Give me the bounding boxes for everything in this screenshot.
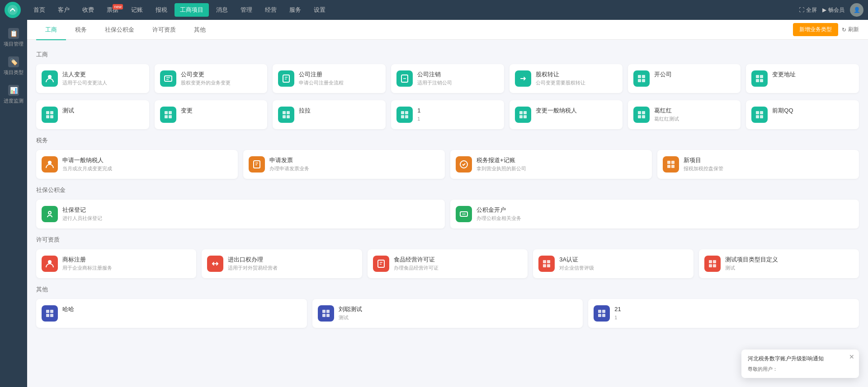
card-company-change[interactable]: 公司变更 股权变更外的业务变更 xyxy=(155,64,268,93)
card-haha[interactable]: 哈哈 xyxy=(36,299,307,328)
nav-business[interactable]: 工商项目 xyxy=(175,3,209,17)
card-trademark[interactable]: 商标注册 用于企业商标注册服务 xyxy=(36,249,196,278)
card-desc-1: 1 xyxy=(417,116,420,122)
card-3a-cert[interactable]: 3A认证 对企业信誉评级 xyxy=(533,249,693,278)
svg-rect-47 xyxy=(667,165,670,168)
card-equity-transfer[interactable]: 股权转让 公司变更需要股权转让 xyxy=(509,64,623,93)
card-icon-trademark xyxy=(42,256,58,272)
nav-tax[interactable]: 报税 xyxy=(150,3,173,17)
svg-rect-57 xyxy=(709,260,712,263)
card-icon-open-company xyxy=(633,70,650,87)
card-name-legal-change: 法人变更 xyxy=(62,70,107,79)
svg-rect-3 xyxy=(165,76,172,81)
refresh-icon: ↻ xyxy=(842,27,846,33)
svg-rect-60 xyxy=(713,264,716,267)
card-legal-change[interactable]: 法人变更 适用于公司变更法人 xyxy=(36,64,149,93)
nav-charge[interactable]: 收费 xyxy=(77,3,99,17)
card-name-food-permit: 食品经营许可证 xyxy=(394,256,439,264)
card-ge-hong-hong[interactable]: 葛红红 葛红红测试 xyxy=(628,100,741,129)
nav-service[interactable]: 服务 xyxy=(284,3,307,17)
card-liucong-test[interactable]: 刘聪测试 测试 xyxy=(312,299,583,328)
card-name-change-address: 变更地址 xyxy=(772,70,796,79)
tab-shuiwu[interactable]: 税务 xyxy=(66,20,96,40)
tab-gongshang[interactable]: 工商 xyxy=(36,20,66,40)
card-new-project[interactable]: 新项目 报税加税控盘保管 xyxy=(657,150,859,179)
svg-rect-36 xyxy=(638,115,641,118)
card-desc-company-change: 股权变更外的业务变更 xyxy=(181,79,231,86)
svg-rect-40 xyxy=(756,115,759,118)
section-title-qita: 其他 xyxy=(36,285,859,294)
nav-home[interactable]: 首页 xyxy=(28,3,51,17)
card-icon-apply-general-taxpayer xyxy=(42,156,58,173)
svg-rect-34 xyxy=(638,111,641,114)
card-shebao-register[interactable]: 社保登记 进行人员社保登记 xyxy=(36,200,445,228)
card-change-general-taxpayer[interactable]: 变更一般纳税人 xyxy=(509,100,623,129)
svg-rect-43 xyxy=(254,161,260,168)
card-test[interactable]: 测试 xyxy=(36,100,149,129)
nav-customer[interactable]: 客户 xyxy=(52,3,75,17)
sidebar-item-progress[interactable]: 📊 进度监测 xyxy=(2,81,25,108)
card-name-company-register: 公司注册 xyxy=(299,70,344,79)
card-21[interactable]: 21 1 xyxy=(588,299,859,328)
svg-rect-13 xyxy=(760,79,763,82)
svg-rect-30 xyxy=(519,111,523,114)
nav-bill[interactable]: 票据 new xyxy=(101,3,124,17)
card-name-test: 测试 xyxy=(62,107,74,115)
card-gongjijin-open[interactable]: 公积金开户 办理公积金相关业务 xyxy=(450,200,859,228)
tab-xuke[interactable]: 许可资质 xyxy=(143,20,185,40)
svg-point-42 xyxy=(48,161,52,164)
qita-cards: 哈哈 刘聪测试 测试 21 xyxy=(36,299,859,328)
card-bianGeng[interactable]: 变更 xyxy=(155,100,268,129)
scroll-content[interactable]: 工商 法人变更 适用于公司变更法人 公司变更 xyxy=(27,40,868,387)
card-icon-equity-transfer xyxy=(515,70,531,87)
card-icon-legal-change xyxy=(42,70,58,87)
svg-rect-28 xyxy=(401,115,404,118)
card-icon-liucong-test xyxy=(318,305,334,322)
card-change-address[interactable]: 变更地址 xyxy=(746,64,859,93)
refresh-button[interactable]: ↻ 刷新 xyxy=(842,26,859,33)
card-food-permit[interactable]: 食品经营许可证 办理食品经营许可证 xyxy=(368,249,528,278)
notification-close-button[interactable]: ✕ xyxy=(849,353,854,360)
card-open-company[interactable]: 开公司 xyxy=(628,64,741,93)
card-company-register[interactable]: 公司注册 申请公司注册全流程 xyxy=(273,64,386,93)
avatar[interactable]: 👤 xyxy=(850,3,863,17)
project-manage-icon: 📋 xyxy=(8,28,19,39)
card-name-company-change: 公司变更 xyxy=(181,70,231,79)
card-apply-general-taxpayer[interactable]: 申请一般纳税人 当月或次月成变更完成 xyxy=(36,150,238,179)
sidebar-item-project-type[interactable]: 🏷️ 项目类型 xyxy=(2,53,25,79)
section-title-gongshang: 工商 xyxy=(36,51,859,59)
nav-settings[interactable]: 设置 xyxy=(308,3,331,17)
card-icon-1 xyxy=(396,107,413,123)
card-name-bianGeng: 变更 xyxy=(181,107,193,115)
card-icon-test xyxy=(42,107,58,123)
svg-rect-32 xyxy=(519,115,523,118)
card-icon-test-project-type xyxy=(704,256,721,272)
card-tax-report-bookkeeping[interactable]: 税务报道+记账 拿到营业执照的新公司 xyxy=(450,150,652,179)
vip-button[interactable]: ▶ 畅会员 xyxy=(822,6,844,14)
card-desc-tax-report-bookkeeping: 拿到营业执照的新公司 xyxy=(476,165,526,172)
xuke-cards: 商标注册 用于企业商标注册服务 进出口权办理 适用于对外贸易经营者 xyxy=(36,249,859,278)
svg-point-1 xyxy=(12,8,14,10)
card-name-apply-invoice: 申请发票 xyxy=(269,156,309,164)
nav-manage[interactable]: 管理 xyxy=(235,3,258,17)
card-1[interactable]: 1 1 xyxy=(391,100,504,129)
new-business-type-button[interactable]: 新增业务类型 xyxy=(793,23,838,36)
fullscreen-button[interactable]: ⛶ 全屏 xyxy=(799,6,817,14)
avatar-icon: 👤 xyxy=(854,7,860,13)
nav-operation[interactable]: 经营 xyxy=(259,3,282,17)
card-import-export[interactable]: 进出口权办理 适用于对外贸易经营者 xyxy=(202,249,362,278)
sidebar-item-project-manage[interactable]: 📋 项目管理 xyxy=(2,24,25,51)
card-lala[interactable]: 拉拉 xyxy=(273,100,386,129)
nav-bookkeeping[interactable]: 记账 xyxy=(126,3,148,17)
svg-rect-67 xyxy=(322,314,326,317)
card-icon-qianqi-qq xyxy=(751,107,768,123)
card-desc-company-register: 申请公司注册全流程 xyxy=(299,79,344,86)
card-qianqi-qq[interactable]: 前期QQ xyxy=(746,100,859,129)
card-test-project-type[interactable]: 测试项目类型目定义 测试 xyxy=(699,249,859,278)
card-company-cancel[interactable]: 公司注销 适用于注销公司 xyxy=(391,64,504,93)
tab-shebao[interactable]: 社保公积金 xyxy=(96,20,143,40)
svg-rect-68 xyxy=(326,314,330,317)
tab-qita[interactable]: 其他 xyxy=(185,20,215,40)
nav-message[interactable]: 消息 xyxy=(211,3,233,17)
card-apply-invoice[interactable]: 申请发票 办理申请发票业务 xyxy=(243,150,445,179)
